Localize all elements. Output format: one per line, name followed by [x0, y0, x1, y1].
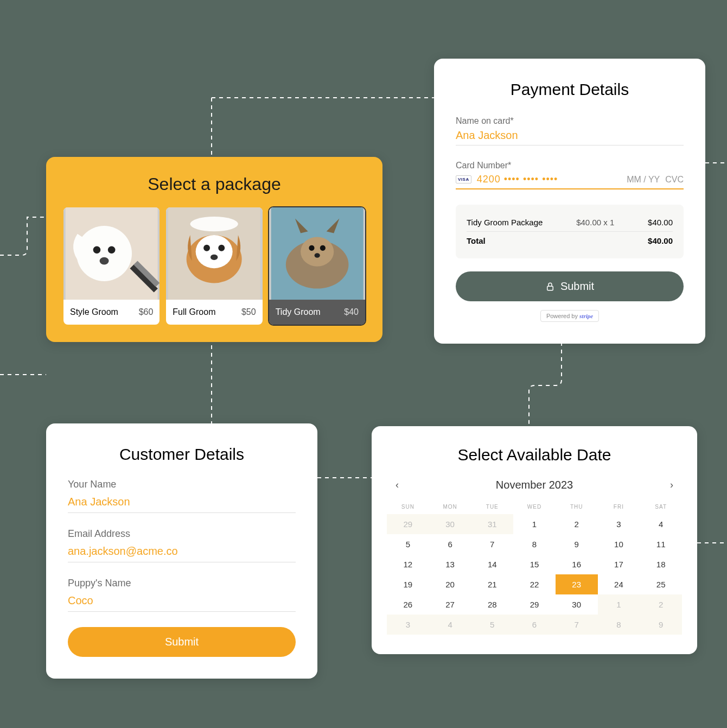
- cvc-placeholder[interactable]: CVC: [665, 175, 684, 185]
- package-price: $40: [344, 307, 359, 317]
- svg-point-11: [190, 217, 238, 231]
- svg-point-7: [196, 235, 233, 268]
- calendar-day[interactable]: 15: [513, 554, 556, 574]
- payment-submit-label: Submit: [560, 280, 594, 293]
- calendar-day[interactable]: 21: [471, 574, 513, 594]
- calendar-day: 29: [387, 514, 429, 534]
- calendar-prev-button[interactable]: ‹: [391, 477, 403, 493]
- calendar-day[interactable]: 3: [598, 514, 640, 534]
- calendar-next-button[interactable]: ›: [666, 477, 678, 493]
- dog-style-icon: [63, 207, 160, 300]
- calendar-day[interactable]: 11: [640, 534, 682, 554]
- calendar-dow: MON: [429, 499, 471, 514]
- svg-point-15: [309, 245, 314, 251]
- calendar-day[interactable]: 22: [513, 574, 556, 594]
- package-option-full-groom[interactable]: Full Groom $50: [166, 207, 262, 325]
- card-name-label: Name on card*: [456, 116, 684, 126]
- calendar-day[interactable]: 4: [640, 514, 682, 534]
- payment-details-card: Payment Details Name on card* Ana Jackso…: [434, 59, 705, 344]
- calendar-dow: WED: [513, 499, 556, 514]
- calendar-day[interactable]: 8: [513, 534, 556, 554]
- svg-point-8: [203, 245, 210, 251]
- calendar-month-label: November 2023: [496, 479, 573, 491]
- line-item-amount: $40.00: [648, 218, 673, 227]
- calendar-title: Select Available Date: [387, 446, 682, 464]
- calendar-day[interactable]: 23: [556, 574, 598, 594]
- calendar-grid: SUNMONTUEWEDTHUFRISAT2930311234567891011…: [387, 499, 682, 635]
- calendar-day: 4: [429, 615, 471, 635]
- svg-point-16: [320, 245, 325, 251]
- calendar-day[interactable]: 6: [429, 534, 471, 554]
- calendar-day[interactable]: 13: [429, 554, 471, 574]
- svg-point-2: [93, 246, 101, 254]
- calendar-day: 6: [513, 615, 556, 635]
- calendar-day[interactable]: 1: [513, 514, 556, 534]
- package-price: $50: [241, 307, 256, 317]
- email-label: Email Address: [68, 528, 296, 540]
- calendar-day[interactable]: 12: [387, 554, 429, 574]
- svg-point-4: [100, 257, 109, 265]
- visa-icon: VISA: [456, 175, 471, 183]
- calendar-day[interactable]: 28: [471, 594, 513, 615]
- calendar-day[interactable]: 7: [471, 534, 513, 554]
- customer-details-card: Customer Details Your Name Email Address…: [46, 423, 317, 679]
- calendar-day[interactable]: 27: [429, 594, 471, 615]
- calendar-dow: SUN: [387, 499, 429, 514]
- expiry-placeholder[interactable]: MM / YY: [627, 175, 660, 185]
- calendar-dow: SAT: [640, 499, 682, 514]
- svg-point-17: [314, 253, 320, 258]
- calendar-dow: THU: [556, 499, 598, 514]
- package-option-style-groom[interactable]: Style Groom $60: [63, 207, 160, 325]
- calendar-day[interactable]: 10: [598, 534, 640, 554]
- stripe-badge: Powered by stripe: [540, 310, 599, 322]
- calendar-day[interactable]: 25: [640, 574, 682, 594]
- card-number-label: Card Number*: [456, 161, 684, 170]
- total-amount: $40.00: [648, 236, 673, 245]
- svg-point-10: [211, 255, 218, 260]
- calendar-day[interactable]: 19: [387, 574, 429, 594]
- calendar-day[interactable]: 30: [556, 594, 598, 615]
- calendar-day[interactable]: 14: [471, 554, 513, 574]
- package-name: Style Groom: [70, 307, 118, 317]
- total-label: Total: [467, 236, 486, 245]
- card-name-input[interactable]: Ana Jackson: [456, 129, 684, 145]
- calendar-day[interactable]: 5: [387, 534, 429, 554]
- calendar-day: 1: [598, 594, 640, 615]
- line-item-name: Tidy Groom Package: [467, 218, 543, 227]
- calendar-day[interactable]: 29: [513, 594, 556, 615]
- calendar-day: 7: [556, 615, 598, 635]
- dog-tidy-icon: [269, 207, 365, 300]
- puppy-input[interactable]: [68, 592, 296, 612]
- calendar-day[interactable]: 17: [598, 554, 640, 574]
- card-number-input[interactable]: VISA 4200 •••• •••• •••• MM / YY CVC: [456, 174, 684, 189]
- package-options: Style Groom $60 Full Groom $50 Tidy Groo…: [63, 207, 365, 325]
- package-title: Select a package: [63, 174, 365, 194]
- name-label: Your Name: [68, 479, 296, 490]
- calendar-day: 8: [598, 615, 640, 635]
- lock-icon: [545, 282, 555, 292]
- calendar-day: 3: [387, 615, 429, 635]
- package-option-tidy-groom[interactable]: Tidy Groom $40: [269, 207, 365, 325]
- customer-submit-button[interactable]: Submit: [68, 627, 296, 657]
- calendar-day: 9: [640, 615, 682, 635]
- calendar-card: Select Available Date ‹ November 2023 › …: [372, 426, 697, 654]
- package-name: Tidy Groom: [276, 307, 321, 317]
- calendar-day[interactable]: 9: [556, 534, 598, 554]
- calendar-day[interactable]: 20: [429, 574, 471, 594]
- svg-point-3: [108, 246, 116, 254]
- line-item-qty: $40.00 x 1: [576, 218, 614, 227]
- name-input[interactable]: [68, 493, 296, 513]
- calendar-day[interactable]: 18: [640, 554, 682, 574]
- svg-point-14: [301, 237, 334, 266]
- calendar-day: 30: [429, 514, 471, 534]
- calendar-day[interactable]: 2: [556, 514, 598, 534]
- payment-submit-button[interactable]: Submit: [456, 271, 684, 301]
- package-selector-card: Select a package Style Groom $60 Full Gr…: [46, 157, 382, 342]
- calendar-day: 5: [471, 615, 513, 635]
- calendar-day[interactable]: 26: [387, 594, 429, 615]
- calendar-day[interactable]: 16: [556, 554, 598, 574]
- order-summary: Tidy Groom Package $40.00 x 1 $40.00 Tot…: [456, 205, 684, 258]
- svg-point-9: [219, 245, 225, 251]
- calendar-day[interactable]: 24: [598, 574, 640, 594]
- email-input[interactable]: [68, 543, 296, 562]
